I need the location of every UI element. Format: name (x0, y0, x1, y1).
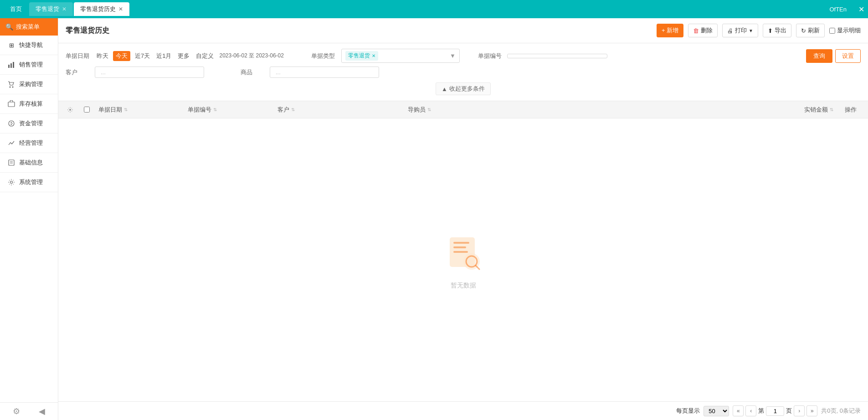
number-filter-area: 单据编号 (478, 52, 607, 60)
filter-row-2: 客户 ... 商品 ... (66, 67, 861, 78)
date-option-custom[interactable]: 自定义 (194, 51, 216, 61)
sidebar-item-operations-mgmt[interactable]: 经营管理 (0, 133, 58, 153)
sidebar-item-purchase-mgmt[interactable]: 采购管理 (0, 75, 58, 94)
table-area: 单据日期 ⇅ 单据编号 ⇅ 客户 ⇅ 导购员 ⇅ 实销金额 (58, 101, 868, 401)
sidebar-item-sales-label: 销售管理 (19, 61, 43, 69)
next-page-btn[interactable]: › (794, 405, 805, 416)
refresh-button[interactable]: ↻ 刷新 (796, 24, 825, 37)
sidebar: 🔍 搜索菜单 ⊞ 快捷导航 销售管理 采购管理 库存核算 (0, 18, 58, 420)
th-client[interactable]: 客户 ⇅ (274, 106, 405, 114)
export-button[interactable]: ⬆ 导出 (763, 24, 791, 37)
page-size-label: 每页显示 (676, 407, 700, 415)
client-filter-area: 客户 ... (66, 67, 204, 78)
sidebar-item-inventory[interactable]: 库存核算 (0, 94, 58, 114)
search-icon: 🔍 (5, 23, 13, 31)
th-guide-label: 导购员 (408, 106, 426, 114)
svg-rect-14 (453, 246, 466, 248)
goods-filter-area: 商品 ... (241, 67, 379, 78)
type-filter-label: 单据类型 (311, 52, 339, 60)
prev-page-btn[interactable]: ‹ (745, 405, 756, 416)
date-option-today[interactable]: 今天 (113, 51, 130, 61)
svg-rect-7 (9, 160, 14, 165)
type-tag: 零售退货 ✕ (345, 51, 378, 61)
collapse-button[interactable]: ▲ 收起更多条件 (436, 82, 491, 95)
search-menu[interactable]: 🔍 搜索菜单 (0, 18, 58, 36)
pagination: 每页显示 50 10 20 100 « ‹ 第 页 › » 共0页, 0条记录 (58, 401, 868, 420)
sidebar-item-system-label: 系统管理 (19, 178, 43, 186)
date-filter-label: 单据日期 (66, 52, 93, 60)
search-menu-label: 搜索菜单 (16, 23, 40, 31)
page-input[interactable] (766, 406, 784, 416)
date-option-yesterday[interactable]: 昨天 (95, 51, 110, 61)
sidebar-item-operations-label: 经营管理 (19, 139, 43, 147)
goods-filter-input[interactable]: ... (270, 67, 379, 78)
collapse-sidebar-icon[interactable]: ◀ (39, 406, 45, 416)
query-button[interactable]: 查询 (806, 49, 832, 63)
first-page-btn[interactable]: « (733, 405, 744, 416)
goods-placeholder: ... (276, 69, 281, 76)
th-client-label: 客户 (277, 106, 289, 114)
empty-state: 暂无数据 (58, 118, 868, 401)
type-tag-close[interactable]: ✕ (372, 53, 375, 58)
th-date[interactable]: 单据日期 ⇅ (95, 106, 184, 114)
page-label: 第 (758, 407, 764, 415)
show-detail-checkbox[interactable] (829, 28, 835, 34)
client-filter-input[interactable]: ... (95, 67, 204, 78)
total-text: 共0页, 0条记录 (821, 407, 861, 415)
table-header: 单据日期 ⇅ 单据编号 ⇅ 客户 ⇅ 导购员 ⇅ 实销金额 (58, 101, 868, 118)
type-dropdown-arrow[interactable]: ▼ (450, 52, 456, 59)
print-button[interactable]: 🖨 打印 ▼ (722, 24, 758, 37)
svg-point-11 (69, 109, 71, 111)
settings-bottom-icon[interactable]: ⚙ (13, 406, 20, 416)
type-filter-area: 单据类型 零售退货 ✕ ▼ (311, 49, 460, 63)
tab-retail-return-history[interactable]: 零售退货历史 ✕ (74, 2, 129, 16)
date-option-1month[interactable]: 近1月 (154, 51, 173, 61)
delete-button[interactable]: 🗑 删除 (688, 24, 718, 37)
new-button[interactable]: + 新增 (657, 24, 683, 37)
tab-retail-return-close[interactable]: ✕ (62, 6, 67, 12)
type-filter-input[interactable]: 零售退货 ✕ ▼ (341, 49, 460, 63)
show-detail-checkbox-label[interactable]: 显示明细 (829, 26, 861, 35)
tab-retail-return-history-close[interactable]: ✕ (118, 6, 123, 12)
th-action-label: 操作 (845, 106, 857, 114)
settings-button[interactable]: 设置 (835, 49, 861, 63)
sidebar-item-sales-mgmt[interactable]: 销售管理 (0, 55, 58, 75)
th-settings[interactable] (62, 107, 78, 113)
tab-retail-return-label: 零售退货 (36, 5, 59, 13)
svg-rect-5 (8, 102, 15, 107)
number-filter-input[interactable] (507, 54, 607, 58)
svg-point-6 (9, 121, 14, 126)
th-date-label: 单据日期 (98, 106, 122, 114)
finance-icon (7, 119, 15, 128)
settings-button-label: 设置 (842, 52, 854, 59)
page-header: 零售退货历史 + 新增 🗑 删除 🖨 打印 ▼ ⬆ 导出 (58, 18, 868, 43)
svg-rect-1 (10, 63, 12, 68)
sidebar-item-system-mgmt[interactable]: 系统管理 (0, 173, 58, 192)
refresh-icon: ↻ (801, 27, 806, 34)
svg-point-3 (10, 87, 11, 88)
th-guide[interactable]: 导购员 ⇅ (404, 106, 493, 114)
svg-rect-0 (8, 65, 10, 68)
date-option-7days[interactable]: 近7天 (133, 51, 152, 61)
last-page-btn[interactable]: » (806, 405, 817, 416)
collapse-button-label: 收起更多条件 (449, 85, 485, 93)
sidebar-item-purchase-label: 采购管理 (19, 80, 43, 88)
sidebar-item-inventory-label: 库存核算 (19, 100, 43, 108)
th-amount[interactable]: 实销金额 ⇅ (748, 106, 837, 114)
th-number[interactable]: 单据编号 ⇅ (184, 106, 273, 114)
collapse-up-icon: ▲ (442, 86, 447, 92)
number-sort-icon: ⇅ (213, 107, 217, 112)
sidebar-item-quick-nav[interactable]: ⊞ 快捷导航 (0, 36, 58, 55)
tab-retail-return[interactable]: 零售退货 ✕ (29, 2, 73, 16)
th-number-label: 单据编号 (188, 106, 211, 114)
purchase-icon (7, 80, 15, 88)
tab-home[interactable]: 首页 (4, 2, 28, 16)
select-all-checkbox[interactable] (84, 107, 90, 113)
th-checkbox[interactable] (78, 107, 95, 113)
sidebar-item-finance-mgmt[interactable]: 资金管理 (0, 114, 58, 133)
page-size-select[interactable]: 50 10 20 100 (704, 406, 729, 416)
sidebar-item-basic-info[interactable]: 基础信息 (0, 153, 58, 173)
query-button-label: 查询 (813, 52, 825, 59)
window-close-icon[interactable]: ✕ (858, 5, 864, 14)
date-option-more[interactable]: 更多 (176, 51, 191, 61)
